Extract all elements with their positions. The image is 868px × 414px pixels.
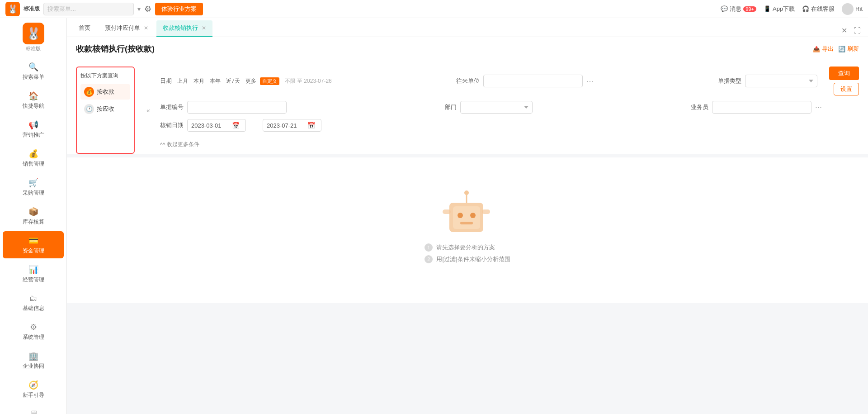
chevron-up-icon: ^^ — [160, 142, 165, 148]
avatar — [842, 3, 854, 15]
collapse-more-btn[interactable]: ^^ 收起更多条件 — [160, 137, 859, 154]
username: Rit — [855, 5, 863, 12]
tab-home[interactable]: 首页 — [72, 20, 97, 37]
sidebar-item-hardware[interactable]: 🖥 智能硬件 — [3, 404, 64, 414]
verify-date-end-input[interactable] — [267, 122, 307, 129]
filter-receipt-label: 按收款 — [97, 88, 114, 96]
tab-collect-close[interactable]: ✕ — [202, 25, 206, 31]
staff-field: 业务员 ··· — [691, 101, 822, 114]
svg-point-6 — [464, 190, 469, 195]
app-logo: 🐰 — [5, 2, 20, 16]
inventory-icon: 📦 — [28, 207, 38, 217]
staff-more-btn[interactable]: ··· — [815, 103, 822, 112]
dept-field: 部门 — [445, 101, 533, 114]
date-this-month[interactable]: 本月 — [192, 77, 206, 86]
tab-prepay-label: 预付冲应付单 — [105, 24, 140, 32]
online-service-item[interactable]: 🎧 在线客服 — [802, 5, 835, 13]
message-icon: 💬 — [721, 5, 728, 12]
date-shortcut-group: 上月 本月 本年 近7天 更多 自定义 — [175, 77, 279, 86]
counterparty-input[interactable] — [483, 75, 583, 87]
purchase-icon: 🛒 — [28, 178, 38, 188]
empty-svg — [440, 185, 495, 234]
message-item[interactable]: 💬 消息 99+ — [721, 5, 756, 13]
counterparty-label: 往来单位 — [456, 77, 480, 85]
export-button[interactable]: 📤 导出 — [813, 45, 834, 53]
sidebar-item-business[interactable]: 📊 经营管理 — [3, 260, 64, 287]
tip-text-2: 用[过滤]条件来缩小分析范围 — [436, 255, 510, 263]
svg-rect-1 — [453, 206, 480, 229]
tab-collect[interactable]: 收款核销执行 ✕ — [156, 20, 212, 37]
tab-prepay-close[interactable]: ✕ — [144, 25, 148, 31]
date-label: 日期 — [160, 77, 172, 85]
date-custom-badge[interactable]: 自定义 — [260, 77, 279, 85]
verify-date-start-input[interactable] — [191, 122, 232, 129]
date-range-display: 不限 至 2023-07-26 — [285, 78, 332, 84]
sidebar-item-basic[interactable]: 🗂 基础信息 — [3, 289, 64, 316]
sidebar-item-system[interactable]: ⚙ 系统管理 — [3, 318, 64, 345]
calendar-start-icon[interactable]: 📅 — [232, 122, 240, 129]
page-search-input[interactable]: 搜索菜单... — [43, 3, 134, 15]
topbar-left: 🐰 标准版 搜索菜单... ▾ ⚙ 体验行业方案 — [5, 2, 203, 16]
sidebar-item-finance[interactable]: 💳 资金管理 — [3, 231, 64, 258]
sidebar-item-quick-nav[interactable]: 🏠 快捷导航 — [3, 86, 64, 114]
sales-icon: 💰 — [28, 149, 38, 159]
sidebar-item-enterprise[interactable]: 🏢 企业协同 — [3, 347, 64, 374]
marketing-icon: 📢 — [28, 120, 38, 130]
sidebar-label-quick-nav: 快捷导航 — [23, 102, 44, 110]
empty-tip-2: 2 用[过滤]条件来缩小分析范围 — [425, 255, 510, 263]
receipt-icon: 💰 — [84, 87, 94, 97]
system-icon: ⚙ — [30, 322, 37, 332]
tabbar-actions: ✕ ⛶ — [840, 24, 863, 37]
dropdown-icon[interactable]: ▾ — [137, 5, 141, 13]
query-row-2: 单据编号 部门 — [160, 101, 859, 114]
staff-label: 业务员 — [691, 103, 708, 111]
verify-date-start-box[interactable]: 📅 — [187, 119, 246, 132]
refresh-button[interactable]: 🔄 刷新 — [838, 45, 859, 53]
dept-select[interactable] — [460, 101, 533, 114]
date-7days[interactable]: 近7天 — [224, 77, 242, 86]
tab-close-all-btn[interactable]: ✕ — [840, 24, 849, 37]
staff-input[interactable] — [712, 101, 811, 114]
refresh-label: 刷新 — [847, 45, 859, 53]
app-label: App下载 — [773, 5, 795, 13]
gear-icon[interactable]: ⚙ — [144, 4, 151, 14]
doc-type-field: 单据类型 — [718, 75, 817, 87]
sidebar-item-search[interactable]: 🔍 搜索菜单 — [3, 57, 64, 85]
empty-tip-1: 1 请先选择要分析的方案 — [425, 243, 510, 252]
solution-button[interactable]: 体验行业方案 — [155, 3, 203, 15]
sidebar-item-purchase[interactable]: 🛒 采购管理 — [3, 173, 64, 200]
query-button[interactable]: 查询 — [829, 67, 859, 80]
sidebar-item-sales[interactable]: 💰 销售管理 — [3, 144, 64, 171]
basic-icon: 🗂 — [29, 294, 38, 303]
filter-panel: 按以下方案查询 💰 按收款 🕐 按应收 — [76, 67, 135, 154]
tabbar: 首页 预付冲应付单 ✕ 收款核销执行 ✕ ✕ ⛶ — [67, 18, 868, 37]
setting-button[interactable]: 设置 — [834, 83, 859, 95]
query-row-1: 日期 上月 本月 本年 近7天 更多 自定义 不限 至 2023-07-26 — [160, 67, 859, 95]
filter-by-receipt[interactable]: 💰 按收款 — [80, 84, 130, 100]
date-this-year[interactable]: 本年 — [208, 77, 222, 86]
sidebar: 🐰 标准版 🔍 搜索菜单 🏠 快捷导航 📢 营销推广 💰 销售管理 🛒 采购管理… — [0, 18, 67, 414]
verify-date-end-box[interactable]: 📅 — [263, 119, 321, 132]
hardware-icon: 🖥 — [29, 409, 38, 414]
tab-expand-btn[interactable]: ⛶ — [852, 25, 863, 37]
date-last-month[interactable]: 上月 — [175, 77, 190, 86]
filter-by-receivable[interactable]: 🕐 按应收 — [80, 101, 130, 117]
app-download-item[interactable]: 📱 App下载 — [764, 5, 795, 13]
sidebar-label-inventory: 库存核算 — [23, 218, 44, 226]
tab-prepay[interactable]: 预付冲应付单 ✕ — [99, 20, 155, 37]
counterparty-more-btn[interactable]: ··· — [586, 76, 593, 86]
collapse-filter-btn[interactable]: « — [144, 107, 153, 114]
sidebar-item-marketing[interactable]: 📢 营销推广 — [3, 115, 64, 143]
user-area[interactable]: Rit — [842, 3, 863, 15]
doc-type-select[interactable] — [745, 75, 817, 87]
message-label: 消息 — [730, 5, 741, 13]
date-more[interactable]: 更多 — [244, 77, 258, 86]
date-range-text: 不限 至 2023-07-26 — [285, 77, 332, 85]
sidebar-item-inventory[interactable]: 📦 库存核算 — [3, 202, 64, 229]
svg-rect-4 — [460, 222, 473, 224]
calendar-end-icon[interactable]: 📅 — [307, 122, 315, 129]
filter-receivable-label: 按应收 — [97, 105, 114, 113]
sidebar-label-system: 系统管理 — [23, 333, 44, 341]
sidebar-item-guide[interactable]: 🧭 新手引导 — [3, 376, 64, 403]
doc-no-input[interactable] — [187, 101, 287, 114]
